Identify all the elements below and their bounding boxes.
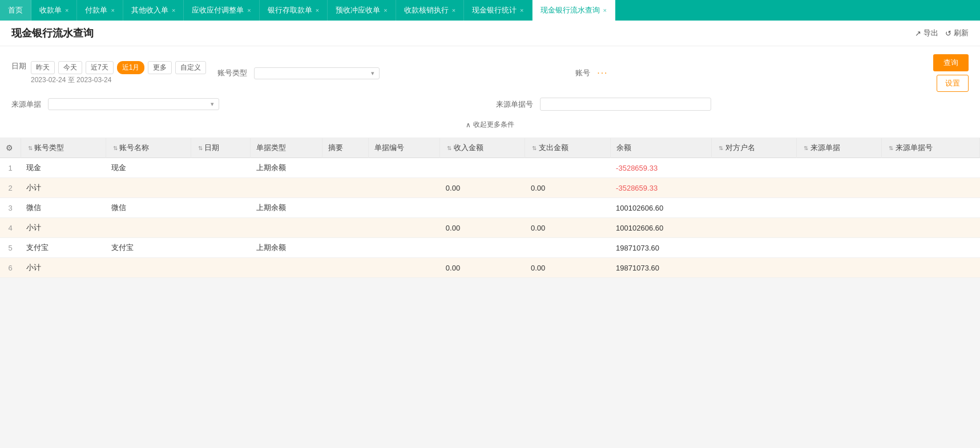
cell-source-doc (797, 158, 882, 178)
cell-counterpart (712, 198, 797, 218)
cell-expense: 0.00 (525, 178, 610, 198)
close-icon[interactable]: × (384, 7, 387, 14)
cell-expense: 0.00 (525, 258, 610, 278)
close-icon[interactable]: × (111, 7, 114, 14)
cell-source-doc-no (882, 158, 980, 178)
date-btn-7days[interactable]: 近7天 (86, 61, 114, 74)
export-button[interactable]: ↗ 导出 (915, 28, 938, 38)
cell-balance: -3528659.33 (610, 178, 712, 198)
cell-date (191, 238, 250, 258)
row-num: 4 (0, 218, 21, 238)
cell-account-name (106, 218, 191, 238)
close-icon[interactable]: × (316, 7, 319, 14)
close-icon[interactable]: × (603, 7, 607, 14)
col-doc-no: 单据编号 (368, 138, 440, 158)
cell-account-name (106, 178, 191, 198)
source-doc-select[interactable]: ▾ (48, 98, 219, 110)
cell-income (440, 158, 525, 178)
col-counterpart[interactable]: ⇅ 对方户名 (712, 138, 797, 158)
col-date[interactable]: ⇅ 日期 (191, 138, 250, 158)
table-row: 6 小计 0.00 0.00 19871073.60 (0, 258, 980, 278)
cell-account-name: 现金 (106, 158, 191, 178)
col-settings[interactable]: ⚙ (0, 138, 21, 158)
chevron-down-icon: ▾ (371, 70, 374, 77)
cell-source-doc (797, 258, 882, 278)
date-options: 昨天 今天 近7天 近1月 更多 自定义 (31, 61, 206, 74)
account-type-select[interactable]: ▾ (254, 67, 380, 79)
nav-cash-flow[interactable]: 现金银行流水查询 × (533, 0, 615, 21)
settings-icon[interactable]: ⚙ (6, 143, 13, 152)
cell-date (191, 178, 250, 198)
table-row: 5 支付宝 支付宝 上期余额 19871073.60 (0, 238, 980, 258)
date-btn-more[interactable]: 更多 (148, 61, 172, 74)
sort-icon: ⇅ (532, 145, 537, 151)
sort-icon: ⇅ (889, 145, 893, 151)
chevron-down-icon: ▾ (211, 100, 214, 108)
col-balance: 余额 (610, 138, 712, 158)
cell-source-doc-no (882, 238, 980, 258)
cell-source-doc-no (882, 218, 980, 238)
cell-source-doc-no (882, 258, 980, 278)
nav-bank-deposit[interactable]: 银行存取款单 × (260, 0, 328, 21)
table-header-row: ⚙ ⇅ 账号类型 ⇅ 账号名称 ⇅ 日期 单据类型 摘要 单据编号 ⇅ 收入金额 (0, 138, 980, 158)
cell-summary (322, 258, 368, 278)
row-num: 3 (0, 198, 21, 218)
nav-home[interactable]: 首页 (0, 0, 31, 21)
cell-expense (525, 238, 610, 258)
nav-payment[interactable]: 付款单 × (77, 0, 123, 21)
date-btn-today[interactable]: 今天 (58, 61, 82, 74)
source-doc-no-section: 来源单据号 (496, 98, 969, 111)
close-icon[interactable]: × (172, 7, 175, 14)
col-source-doc-no[interactable]: ⇅ 来源单据号 (882, 138, 980, 158)
col-summary: 摘要 (322, 138, 368, 158)
sort-icon: ⇅ (28, 145, 33, 151)
col-expense[interactable]: ⇅ 支出金额 (525, 138, 610, 158)
cell-account-type: 小计 (21, 258, 106, 278)
cell-expense (525, 158, 610, 178)
col-account-type[interactable]: ⇅ 账号类型 (21, 138, 106, 158)
export-icon: ↗ (915, 29, 921, 38)
close-icon[interactable]: × (65, 7, 68, 14)
query-button[interactable]: 查询 (933, 54, 969, 71)
date-label: 日期 (11, 61, 26, 71)
cell-summary (322, 158, 368, 178)
settings-button[interactable]: 设置 (937, 75, 969, 92)
source-doc-no-input[interactable] (540, 98, 711, 111)
cell-source-doc-no (882, 198, 980, 218)
chevron-up-icon: ∧ (466, 121, 471, 129)
col-income[interactable]: ⇅ 收入金额 (440, 138, 525, 158)
date-btn-yesterday[interactable]: 昨天 (31, 61, 55, 74)
col-account-name[interactable]: ⇅ 账号名称 (106, 138, 191, 158)
refresh-button[interactable]: ↺ 刷新 (945, 28, 969, 38)
collapse-bar[interactable]: ∧ 收起更多条件 (11, 116, 969, 132)
date-btn-custom[interactable]: 自定义 (175, 61, 206, 74)
source-doc-no-label: 来源单据号 (496, 99, 533, 110)
nav-prepayment[interactable]: 预收冲应收单 × (328, 0, 396, 21)
col-source-doc[interactable]: ⇅ 来源单据 (797, 138, 882, 158)
close-icon[interactable]: × (520, 7, 523, 14)
nav-adjustment[interactable]: 应收应付调整单 × (184, 0, 259, 21)
account-more-button[interactable]: ··· (597, 68, 608, 78)
cell-balance: 19871073.60 (610, 258, 712, 278)
cell-account-name: 支付宝 (106, 238, 191, 258)
cell-doc-no (368, 198, 440, 218)
nav-cash-stats[interactable]: 现金银行统计 × (464, 0, 532, 21)
nav-receipt[interactable]: 收款单 × (31, 0, 77, 21)
cell-summary (322, 178, 368, 198)
sort-icon: ⇅ (804, 145, 808, 151)
nav-collection[interactable]: 收款核销执行 × (396, 0, 464, 21)
cell-account-type: 小计 (21, 178, 106, 198)
cell-doc-no (368, 178, 440, 198)
close-icon[interactable]: × (247, 7, 251, 14)
cell-summary (322, 238, 368, 258)
cell-balance: 100102606.60 (610, 198, 712, 218)
col-doc-type: 单据类型 (251, 138, 322, 158)
cell-doc-no (368, 258, 440, 278)
table-row: 4 小计 0.00 0.00 100102606.60 (0, 218, 980, 238)
cell-doc-no (368, 238, 440, 258)
cell-doc-type (251, 178, 322, 198)
nav-other-income[interactable]: 其他收入单 × (123, 0, 184, 21)
close-icon[interactable]: × (452, 7, 455, 14)
cell-date (191, 258, 250, 278)
date-btn-1month[interactable]: 近1月 (117, 61, 145, 74)
